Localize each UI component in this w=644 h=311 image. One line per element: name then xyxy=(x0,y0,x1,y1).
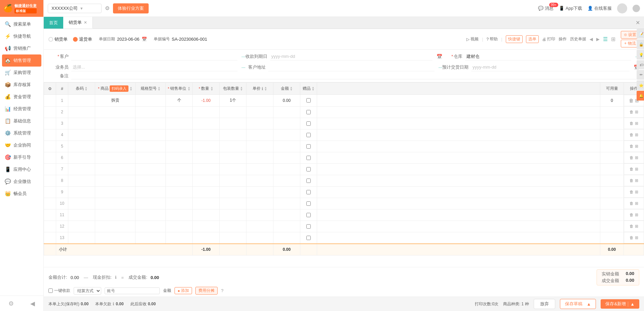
settle-method-select[interactable]: 结算方式 xyxy=(74,287,101,295)
tab-home[interactable]: 首页 xyxy=(44,17,63,29)
discount-info-icon[interactable]: ℹ xyxy=(115,275,117,280)
row1-unit[interactable]: 个 xyxy=(166,95,193,107)
right-panel-light-btn[interactable]: 💡 xyxy=(637,50,644,60)
sidebar-item-sales[interactable]: 🏠 销售管理 xyxy=(2,54,41,67)
payment-help-icon[interactable]: ? xyxy=(221,288,223,293)
row1-pack[interactable]: 1个 xyxy=(220,95,247,107)
save-new-btn[interactable]: 保存&新增 ▲ xyxy=(601,299,639,309)
right-panel-tag-btn[interactable]: 🏷 xyxy=(637,60,644,69)
row2-gift-checkbox[interactable] xyxy=(306,110,311,114)
due-date-calendar-icon[interactable]: 📅 xyxy=(437,54,442,59)
customer-addr-value[interactable] xyxy=(268,63,434,71)
history-btn[interactable]: 历史单据 xyxy=(570,36,586,42)
fields-grid: 客户 ··· 收款到期日 yyyy-mm-dd 📅 仓库 建材仓 ··· xyxy=(48,52,639,71)
row1-qty[interactable]: -1.00 xyxy=(193,95,220,107)
row1-gift[interactable] xyxy=(300,95,317,107)
discard-btn[interactable]: 放弃 xyxy=(534,299,555,309)
video-btn[interactable]: ▷ 视频 xyxy=(466,36,479,42)
expected-delivery-value[interactable]: yyyy-mm-dd xyxy=(471,63,630,71)
warehouse-value[interactable]: 建材仓 xyxy=(465,52,631,61)
nav-prev-btn[interactable]: ◀ xyxy=(590,37,593,42)
right-panel-star-btn[interactable]: ⭐ xyxy=(637,80,644,90)
unit-sort-icon[interactable]: ▲▼ xyxy=(187,86,190,91)
sidebar-item-system[interactable]: ⚙️ 系统管理 xyxy=(0,127,43,139)
row1-barcode[interactable] xyxy=(68,95,95,107)
arrears-info-icon[interactable]: ℹ xyxy=(113,302,114,306)
doc-date-group: 单据日期 2023-06-06 📅 xyxy=(99,36,147,42)
sidebar-item-inventory[interactable]: 📦 库存核算 xyxy=(0,79,43,91)
remarks-value[interactable] xyxy=(71,73,639,79)
customer-addr-picker-btn[interactable]: ··· xyxy=(439,65,443,70)
right-panel-lock-btn[interactable]: 🔒 xyxy=(637,39,644,49)
sidebar-item-guide[interactable]: 🎯 新手引导 xyxy=(0,151,43,163)
row1-delete-btn[interactable]: 🗑 xyxy=(629,98,634,103)
price-sort-icon[interactable]: ▲▼ xyxy=(264,86,267,91)
topbar-gear-icon[interactable]: ⚙ xyxy=(105,5,110,11)
barcode-sort-icon[interactable]: ▲▼ xyxy=(85,86,88,91)
add-payment-btn[interactable]: ● 添加 xyxy=(175,287,192,294)
operation-btn[interactable]: 操作 xyxy=(559,36,567,42)
print-btn[interactable]: 🖨 打印 xyxy=(542,36,555,42)
sidebar-item-wechat[interactable]: 💬 企业微信 xyxy=(0,176,43,188)
row1-product[interactable]: 拆贡 xyxy=(95,95,136,107)
salesperson-value[interactable]: 选择... xyxy=(71,63,237,71)
sidebar-item-marketing[interactable]: 📢 营销推广 xyxy=(0,42,43,54)
scan-btn[interactable]: 扫码录入 xyxy=(110,85,128,92)
calendar-icon[interactable]: 📅 xyxy=(142,37,147,42)
customer-value[interactable] xyxy=(71,52,237,61)
customer-picker-btn[interactable]: ··· xyxy=(241,54,245,59)
online-service-btn[interactable]: 👤 在线客服 xyxy=(588,5,612,11)
sidebar-item-quick-nav[interactable]: ⚡ 快捷导航 xyxy=(0,30,43,42)
sidebar-item-search[interactable]: 🔍 搜索菜单 xyxy=(0,18,43,30)
row1-amount[interactable]: 0.00 xyxy=(273,95,300,107)
pack-sort-icon[interactable]: ▲▼ xyxy=(240,86,243,91)
select-btn[interactable]: 选单 xyxy=(526,35,539,43)
right-panel-edit-btn[interactable]: ✏ xyxy=(637,70,644,80)
user-avatar[interactable] xyxy=(617,3,627,13)
account-input[interactable] xyxy=(105,287,160,294)
view-grid-btn[interactable]: ⊞ xyxy=(611,36,615,42)
help-btn[interactable]: ? 帮助 xyxy=(487,36,498,42)
message-btn[interactable]: 💬 消息 99+ xyxy=(538,5,554,11)
row2-delete-btn[interactable]: 🗑 xyxy=(630,110,634,114)
sidebar-item-baseinfo[interactable]: 📋 基础信息 xyxy=(0,115,43,127)
tab-sales-order[interactable]: 销货单 ✕ xyxy=(63,17,93,29)
trial-btn[interactable]: 体验行业方案 xyxy=(113,3,149,13)
nav-next-btn[interactable]: ▶ xyxy=(596,37,600,42)
th-settings[interactable]: ⚙ xyxy=(44,83,56,95)
app-download-btn[interactable]: 📱 App下载 xyxy=(559,5,582,11)
user-avatar2[interactable] xyxy=(633,5,640,12)
one-click-checkbox[interactable] xyxy=(48,288,53,293)
sidebar-item-enterprise[interactable]: 🤝 企业协同 xyxy=(0,139,43,151)
sidebar-item-apps[interactable]: 📱 应用中心 xyxy=(0,163,43,176)
right-panel-notes-btn[interactable]: 📝 xyxy=(637,29,644,39)
sidebar-item-finance[interactable]: 💰 资金管理 xyxy=(0,91,43,103)
row1-price[interactable] xyxy=(247,95,273,107)
tab-close-btn[interactable]: ✕ xyxy=(84,20,87,25)
sidebar-item-members[interactable]: 👑 畅会员 xyxy=(0,188,43,200)
shortcut-btn[interactable]: 快捷键 xyxy=(506,35,523,43)
sidebar-collapse-btn[interactable]: ◀ xyxy=(30,300,35,307)
save-draft-btn[interactable]: 保存草稿 ▲ xyxy=(560,299,596,309)
radio-return-order[interactable]: 退货单 xyxy=(73,36,92,42)
salesperson-picker-btn[interactable]: ··· xyxy=(241,65,245,70)
row1-spec[interactable] xyxy=(136,95,166,107)
sidebar-item-business[interactable]: 📊 经营管理 xyxy=(0,103,43,115)
price-info-icon[interactable]: ℹ xyxy=(262,86,263,91)
row2-copy-btn[interactable]: ⊞ xyxy=(635,110,638,114)
due-date-value[interactable]: yyyy-mm-dd xyxy=(270,52,433,61)
company-selector[interactable]: XXXXXX公司 ▼ xyxy=(48,4,102,13)
expense-btn[interactable]: 费用分摊 xyxy=(195,287,218,295)
radio-sales-order[interactable]: 销货单 xyxy=(48,36,68,42)
sidebar-settings-btn[interactable]: ⚙ xyxy=(8,300,14,307)
spec-sort-icon[interactable]: ▲▼ xyxy=(158,86,161,91)
gift-sort-icon[interactable]: ▲▼ xyxy=(312,86,315,91)
qty-sort-icon[interactable]: ▲▼ xyxy=(210,86,213,91)
view-list-btn[interactable]: ☰ xyxy=(603,36,608,42)
tab-bar-close-btn[interactable]: ✕ xyxy=(632,20,644,26)
sidebar-item-purchase[interactable]: 🛒 采购管理 xyxy=(0,67,43,79)
row1-gift-checkbox[interactable] xyxy=(306,98,311,103)
amount-sort-icon[interactable]: ▲▼ xyxy=(290,86,293,91)
right-panel-notify-btn[interactable]: 🔔 xyxy=(637,91,644,101)
product-sort-icon[interactable]: ▲▼ xyxy=(129,86,132,91)
